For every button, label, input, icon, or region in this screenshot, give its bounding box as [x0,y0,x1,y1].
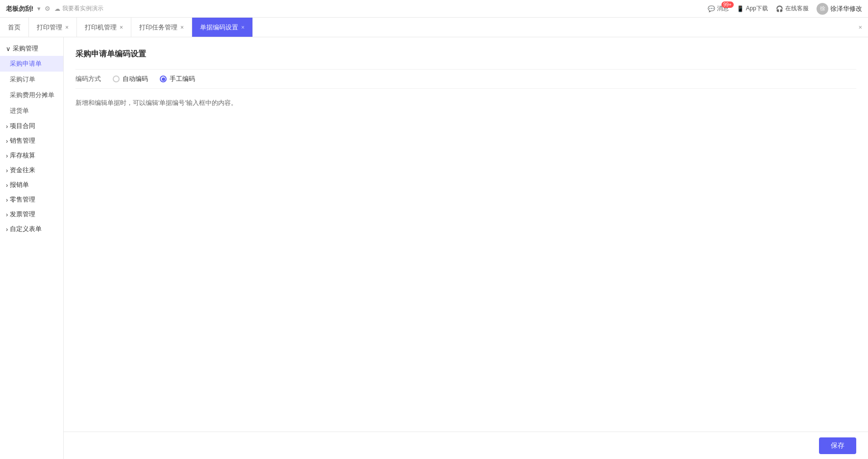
sidebar-group-project-contract-label: 项目合同 [10,122,35,130]
tab-print-task-management[interactable]: 打印任务管理 × [131,18,192,37]
top-bar-left: 老板勿刮! ▾ ⚙ ☁ 我要看实例演示 [6,4,103,13]
sidebar-item-incoming-order[interactable]: 进货单 [0,103,63,119]
sidebar-group-invoice-management-label: 发票管理 [10,210,35,219]
message-badge: 99+ [721,1,734,8]
chevron-right-icon-project: › [6,123,8,130]
sidebar-group-sales-management[interactable]: › 销售管理 [0,133,63,148]
sidebar-group-returns[interactable]: › 报销单 [0,178,63,192]
sidebar-group-inventory-accounting[interactable]: › 库存核算 [0,148,63,163]
sidebar-item-incoming-order-label: 进货单 [10,107,29,114]
sidebar-group-retail-management-label: 零售管理 [10,195,35,204]
sidebar-group-returns-label: 报销单 [10,180,29,189]
search-icon: ☁ [54,5,60,12]
online-service-button[interactable]: 🎧 在线客服 [776,4,809,13]
app-download-icon: 📱 [737,5,744,12]
manual-code-radio[interactable] [160,76,167,82]
sidebar-item-purchase-order-label: 采购订单 [10,76,35,83]
message-icon: 💬 [708,5,715,12]
sidebar-item-purchase-requisition-label: 采购申请单 [10,60,42,67]
sidebar-group-custom-forms[interactable]: › 自定义表单 [0,222,63,236]
user-name: 徐泽华修改 [830,4,862,13]
content-main: 采购申请单编码设置 编码方式 自动编码 手工编码 新增和编辑单据时，可以编辑'单… [64,37,868,432]
sidebar-group-inventory-accounting-label: 库存核算 [10,151,35,160]
sidebar-group-retail-management[interactable]: › 零售管理 [0,192,63,207]
coding-method-label: 编码方式 [75,75,101,83]
chevron-right-icon-returns: › [6,181,8,189]
chevron-right-icon-invoice: › [6,211,8,218]
sidebar-group-purchase-management-label: 采购管理 [13,44,38,53]
content-area: 采购申请单编码设置 编码方式 自动编码 手工编码 新增和编辑单据时，可以编辑'单… [64,37,868,459]
sidebar: ∨ 采购管理 采购申请单 采购订单 采购费用分摊单 进货单 › 项目合同 › 销… [0,37,64,459]
tab-print-management-label: 打印管理 [37,23,62,32]
tab-printer-management-close[interactable]: × [120,24,123,31]
content-footer: 保存 [64,432,868,459]
search-placeholder-text: 我要看实例演示 [62,4,103,13]
manual-code-option[interactable]: 手工编码 [160,75,195,83]
chevron-down-icon: ∨ [6,45,11,52]
online-service-icon: 🎧 [776,5,783,12]
chevron-right-icon-capital: › [6,167,8,174]
avatar-initials: 徐 [820,5,825,12]
dropdown-icon[interactable]: ▾ [37,5,41,12]
chevron-right-icon-custom: › [6,226,8,233]
tab-home-label: 首页 [8,23,21,32]
auto-code-radio[interactable] [113,76,120,82]
tab-printer-management-label: 打印机管理 [85,23,117,32]
sidebar-group-custom-forms-label: 自定义表单 [10,225,42,233]
sidebar-group-capital-transactions[interactable]: › 资金往来 [0,163,63,178]
sidebar-group-sales-management-label: 销售管理 [10,136,35,145]
top-bar: 老板勿刮! ▾ ⚙ ☁ 我要看实例演示 💬 消息 99+ 📱 App下载 🎧 在… [0,0,868,18]
tab-print-management-close[interactable]: × [65,24,69,31]
app-download-label: App下载 [746,4,768,13]
auto-code-label: 自动编码 [123,75,148,83]
tab-home[interactable]: 首页 [0,18,29,37]
tab-bar: 首页 打印管理 × 打印机管理 × 打印任务管理 × 单据编码设置 × × [0,18,868,37]
search-area[interactable]: ☁ 我要看实例演示 [54,4,103,13]
coding-method-row: 编码方式 自动编码 手工编码 [75,69,856,89]
tab-printer-management[interactable]: 打印机管理 × [77,18,131,37]
online-service-label: 在线客服 [785,4,809,13]
logo-text: 老板勿刮! [6,4,33,13]
gear-icon[interactable]: ⚙ [45,5,50,12]
page-title: 采购申请单编码设置 [75,49,856,59]
tab-print-task-management-label: 打印任务管理 [139,23,177,32]
chevron-right-icon-inventory: › [6,152,8,159]
app-download-button[interactable]: 📱 App下载 [737,4,768,13]
auto-code-option[interactable]: 自动编码 [113,75,148,83]
tab-single-code-setting-close[interactable]: × [241,24,245,31]
hint-text: 新增和编辑单据时，可以编辑'单据编号'输入框中的内容。 [75,99,856,107]
sidebar-group-capital-transactions-label: 资金往来 [10,166,35,175]
chevron-right-icon-retail: › [6,196,8,204]
manual-code-label: 手工编码 [170,75,195,83]
sidebar-group-invoice-management[interactable]: › 发票管理 [0,207,63,222]
tab-single-code-setting[interactable]: 单据编码设置 × [192,18,253,37]
tab-print-management[interactable]: 打印管理 × [29,18,77,37]
sidebar-item-purchase-expense-split-label: 采购费用分摊单 [10,91,54,99]
top-bar-right: 💬 消息 99+ 📱 App下载 🎧 在线客服 徐 徐泽华修改 [708,3,862,15]
sidebar-group-project-contract[interactable]: › 项目合同 [0,119,63,133]
user-area[interactable]: 徐 徐泽华修改 [817,3,862,15]
avatar: 徐 [817,3,828,15]
sidebar-item-purchase-expense-split[interactable]: 采购费用分摊单 [0,87,63,103]
save-button[interactable]: 保存 [819,437,856,454]
main-layout: ∨ 采购管理 采购申请单 采购订单 采购费用分摊单 进货单 › 项目合同 › 销… [0,37,868,459]
sidebar-item-purchase-order[interactable]: 采购订单 [0,72,63,87]
tab-single-code-setting-label: 单据编码设置 [200,23,238,32]
chevron-right-icon-sales: › [6,137,8,145]
sidebar-item-purchase-requisition[interactable]: 采购申请单 [0,56,63,72]
message-button[interactable]: 💬 消息 99+ [708,4,729,13]
tab-bar-close-all[interactable]: × [852,18,868,37]
sidebar-group-purchase-management[interactable]: ∨ 采购管理 [0,41,63,56]
tab-print-task-management-close[interactable]: × [180,24,184,31]
